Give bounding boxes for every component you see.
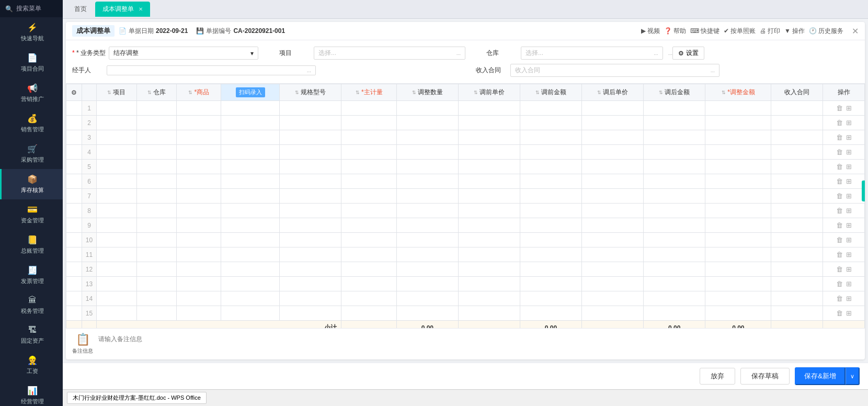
row-4-unit[interactable] — [341, 145, 396, 160]
row-9-product[interactable] — [177, 218, 221, 233]
row-4-delete-icon[interactable]: 🗑 — [836, 148, 843, 156]
row-1-pre-amount[interactable] — [520, 101, 581, 116]
row-10-warehouse[interactable] — [136, 233, 177, 247]
biz-type-select[interactable]: 结存调整 ▾ — [109, 47, 258, 60]
row-6-spec[interactable] — [280, 174, 341, 189]
th-gear[interactable]: ⚙ — [66, 84, 82, 101]
row-14-project[interactable] — [97, 291, 137, 306]
row-9-adj-amount[interactable] — [705, 218, 771, 233]
row-3-spec[interactable] — [280, 130, 341, 145]
row-12-copy-icon[interactable]: ⊞ — [846, 265, 852, 273]
row-2-copy-icon[interactable]: ⊞ — [846, 119, 852, 127]
th-scan[interactable]: 扫码录入 — [221, 84, 279, 101]
row-7-delete-icon[interactable]: 🗑 — [836, 192, 843, 200]
row-14-copy-icon[interactable]: ⊞ — [846, 295, 852, 302]
row-5-pre-unit-price[interactable] — [458, 160, 520, 174]
row-4-adj-qty[interactable] — [396, 145, 458, 160]
row-14-scan[interactable] — [221, 291, 279, 306]
row-4-adj-amount[interactable] — [705, 145, 771, 160]
action-operate[interactable]: ▼操作 — [784, 27, 805, 36]
row-6-post-amount[interactable] — [644, 174, 705, 189]
row-1-delete-icon[interactable]: 🗑 — [836, 104, 843, 112]
row-8-adj-amount[interactable] — [705, 204, 771, 218]
row-12-unit[interactable] — [341, 262, 396, 277]
row-11-product[interactable] — [177, 247, 221, 262]
row-13-product[interactable] — [177, 277, 221, 291]
sidebar-item-sales-promo[interactable]: 📢营销推广 — [0, 78, 63, 108]
row-10-pre-amount[interactable] — [520, 233, 581, 247]
sidebar-item-ops-mgmt[interactable]: 📊经营管理 — [0, 380, 63, 406]
settings-button[interactable]: ⚙ 设置 — [672, 47, 704, 60]
row-3-adj-qty[interactable] — [396, 130, 458, 145]
row-8-income-contract[interactable] — [771, 204, 823, 218]
action-print[interactable]: 🖨打印 — [760, 27, 780, 36]
row-11-adj-amount[interactable] — [705, 247, 771, 262]
sidebar-item-project-contract[interactable]: 📄项目合同 — [0, 48, 63, 78]
row-5-adj-qty[interactable] — [396, 160, 458, 174]
sidebar-item-ledger-mgmt[interactable]: 📒总账管理 — [0, 230, 63, 260]
row-15-scan[interactable] — [221, 306, 279, 321]
row-12-product[interactable] — [177, 262, 221, 277]
row-5-post-amount[interactable] — [644, 160, 705, 174]
row-2-adj-amount[interactable] — [705, 116, 771, 130]
sidebar-item-finance-mgmt[interactable]: 💳资金管理 — [0, 199, 63, 230]
handler-ellipsis[interactable]: ... — [307, 67, 311, 73]
row-9-income-contract[interactable] — [771, 218, 823, 233]
row-7-project[interactable] — [97, 189, 137, 204]
row-10-product[interactable] — [177, 233, 221, 247]
row-9-scan[interactable] — [221, 218, 279, 233]
row-4-scan[interactable] — [221, 145, 279, 160]
row-14-adj-amount[interactable] — [705, 291, 771, 306]
taskbar-wps-item[interactable]: 木门行业好业财处理方案-墨红红.doc - WPS Office — [67, 392, 207, 404]
warehouse-ellipsis[interactable]: ... — [654, 50, 658, 56]
row-6-income-contract[interactable] — [771, 174, 823, 189]
row-2-unit[interactable] — [341, 116, 396, 130]
row-8-project[interactable] — [97, 204, 137, 218]
row-9-warehouse[interactable] — [136, 218, 177, 233]
row-7-pre-unit-price[interactable] — [458, 189, 520, 204]
row-1-adj-amount[interactable] — [705, 101, 771, 116]
row-11-scan[interactable] — [221, 247, 279, 262]
action-shortcut[interactable]: ⌨快捷键 — [690, 27, 719, 36]
row-15-copy-icon[interactable]: ⊞ — [846, 309, 852, 317]
row-1-warehouse[interactable] — [136, 101, 177, 116]
sidebar-item-tax-mgmt[interactable]: 🏛税务管理 — [0, 290, 63, 320]
row-3-adj-amount[interactable] — [705, 130, 771, 145]
row-6-pre-amount[interactable] — [520, 174, 581, 189]
row-13-project[interactable] — [97, 277, 137, 291]
row-1-spec[interactable] — [280, 101, 341, 116]
row-6-copy-icon[interactable]: ⊞ — [846, 177, 852, 185]
handler-select[interactable]: ... — [107, 65, 316, 75]
row-12-pre-amount[interactable] — [520, 262, 581, 277]
row-10-adj-qty[interactable] — [396, 233, 458, 247]
row-11-pre-unit-price[interactable] — [458, 247, 520, 262]
row-2-pre-amount[interactable] — [520, 116, 581, 130]
row-13-spec[interactable] — [280, 277, 341, 291]
row-3-product[interactable] — [177, 130, 221, 145]
row-2-spec[interactable] — [280, 116, 341, 130]
row-9-post-amount[interactable] — [644, 218, 705, 233]
row-7-scan[interactable] — [221, 189, 279, 204]
row-5-unit[interactable] — [341, 160, 396, 174]
row-8-adj-qty[interactable] — [396, 204, 458, 218]
row-9-post-unit-price[interactable] — [582, 218, 644, 233]
row-10-income-contract[interactable] — [771, 233, 823, 247]
row-14-warehouse[interactable] — [136, 291, 177, 306]
row-13-copy-icon[interactable]: ⊞ — [846, 280, 852, 288]
tab-cost-adjust[interactable]: 成本调整单 ✕ — [95, 2, 150, 17]
project-ellipsis[interactable]: ... — [456, 50, 461, 56]
row-10-adj-amount[interactable] — [705, 233, 771, 247]
row-3-pre-amount[interactable] — [520, 130, 581, 145]
row-1-adj-qty[interactable] — [396, 101, 458, 116]
form-close-button[interactable]: ✕ — [852, 26, 859, 36]
row-13-adj-amount[interactable] — [705, 277, 771, 291]
scan-button[interactable]: 扫码录入 — [236, 87, 265, 97]
row-4-pre-amount[interactable] — [520, 145, 581, 160]
row-15-post-amount[interactable] — [644, 306, 705, 321]
row-11-pre-amount[interactable] — [520, 247, 581, 262]
row-2-pre-unit-price[interactable] — [458, 116, 520, 130]
row-3-post-unit-price[interactable] — [582, 130, 644, 145]
row-12-post-amount[interactable] — [644, 262, 705, 277]
action-history[interactable]: 🕐历史服务 — [809, 27, 843, 36]
row-13-warehouse[interactable] — [136, 277, 177, 291]
